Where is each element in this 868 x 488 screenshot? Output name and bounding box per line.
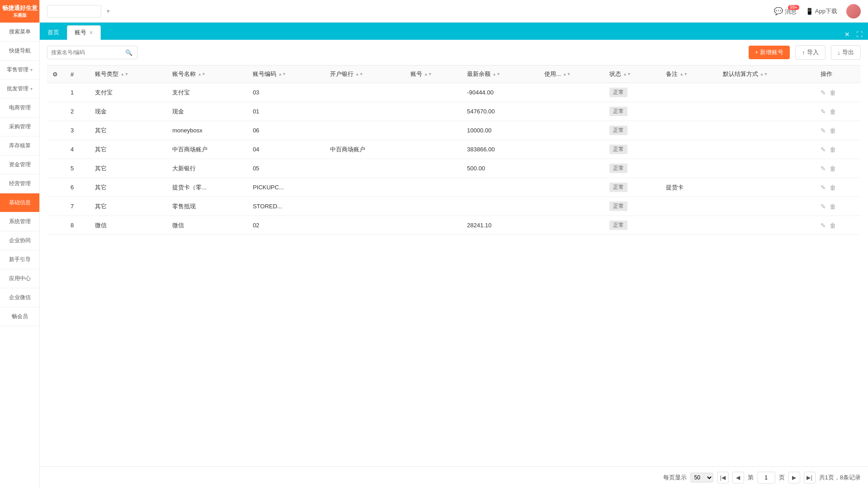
edit-icon[interactable]: ✎ [821, 127, 826, 134]
edit-icon[interactable]: ✎ [821, 222, 826, 229]
cell-bank [325, 102, 405, 121]
delete-icon[interactable]: 🗑 [830, 127, 836, 134]
cell-latest-balance [462, 178, 539, 197]
table-body: 1 支付宝 支付宝 03 -90444.00 正常 ✎ 🗑 2 现金 现金 01… [47, 83, 861, 235]
import-button[interactable]: ↑ 导入 [795, 45, 826, 60]
tab-close-icon[interactable]: ✕ [89, 30, 93, 35]
sidebar-item-quick-nav[interactable]: 快捷导航 [0, 42, 39, 61]
tab-accounts[interactable]: 账号 ✕ [67, 25, 101, 40]
last-page-btn[interactable]: ▶| [804, 472, 816, 483]
sidebar-item-new-guide[interactable]: 新手引导 [0, 250, 39, 269]
sidebar-item-member[interactable]: 畅会员 [0, 307, 39, 326]
delete-icon[interactable]: 🗑 [830, 146, 836, 153]
top-search-input[interactable] [47, 5, 101, 18]
cell-account-code: 04 [247, 140, 325, 159]
sidebar-item-search-menu[interactable]: 搜索菜单 [0, 23, 39, 42]
settings-icon[interactable]: ⚙ [52, 71, 58, 78]
sort-icon: ▲▼ [563, 72, 571, 77]
delete-icon[interactable]: 🗑 [830, 222, 836, 229]
sidebar-item-inventory[interactable]: 库存核算 [0, 136, 39, 155]
add-account-button[interactable]: + 新增账号 [749, 46, 790, 59]
sidebar-item-wholesale-mgmt[interactable]: 批发管理 ▾ [0, 80, 39, 99]
cell-actions: ✎ 🗑 [815, 140, 861, 159]
prev-page-btn[interactable]: ◀ [732, 472, 744, 483]
delete-icon[interactable]: 🗑 [830, 89, 836, 96]
col-no: # [65, 66, 90, 83]
edit-icon[interactable]: ✎ [821, 108, 826, 115]
cell-account-name: 微信 [167, 216, 247, 235]
col-usage: 使用...▲▼ [539, 66, 604, 83]
cell-usage [539, 197, 604, 216]
sidebar-item-app-center[interactable]: 应用中心 [0, 269, 39, 288]
col-account-name: 账号名称▲▼ [167, 66, 247, 83]
sidebar-item-system-mgmt[interactable]: 系统管理 [0, 212, 39, 231]
edit-icon[interactable]: ✎ [821, 203, 826, 210]
close-window-icon[interactable]: ✕ [843, 29, 852, 40]
cell-no: 2 [65, 102, 90, 121]
per-page-select[interactable]: 50 100 200 [690, 473, 713, 483]
edit-icon[interactable]: ✎ [821, 165, 826, 172]
page-number-input[interactable] [757, 472, 775, 483]
cell-remark: 提货卡 [660, 178, 717, 197]
first-page-btn[interactable]: |◀ [717, 472, 729, 483]
sidebar-item-basic-info[interactable]: 基础信息 [0, 193, 39, 212]
cell-account-no [405, 121, 462, 140]
sidebar-item-enterprise-wechat[interactable]: 企业微信 [0, 288, 39, 307]
tab-accounts-label: 账号 [75, 28, 86, 37]
notification-btn[interactable]: 💬 消息 99+ [774, 7, 797, 16]
sidebar-item-label: 批发管理 [7, 85, 28, 92]
delete-icon[interactable]: 🗑 [830, 108, 836, 115]
tab-controls: ✕ ⛶ [843, 29, 868, 40]
cell-usage [539, 159, 604, 178]
cell-account-name: 支付宝 [167, 83, 247, 102]
cell-account-no [405, 102, 462, 121]
tab-home[interactable]: 首页 [40, 25, 67, 40]
delete-icon[interactable]: 🗑 [830, 165, 836, 172]
sidebar-item-capital-mgmt[interactable]: 资金管理 [0, 155, 39, 174]
sort-icon: ▲▼ [278, 72, 286, 77]
cell-no: 6 [65, 178, 90, 197]
sidebar-item-ecommerce-mgmt[interactable]: 电商管理 [0, 99, 39, 117]
cell-account-type: 微信 [90, 216, 167, 235]
cell-default-settlement [717, 159, 815, 178]
import-label: 导入 [807, 48, 819, 56]
sort-icon: ▲▼ [424, 72, 432, 77]
sidebar-item-purchase-mgmt[interactable]: 采购管理 [0, 117, 39, 136]
edit-icon[interactable]: ✎ [821, 184, 826, 191]
delete-icon[interactable]: 🗑 [830, 184, 836, 191]
sort-icon: ▲▼ [492, 72, 500, 77]
page-label2: 页 [779, 474, 785, 482]
cell-remark [660, 140, 717, 159]
sidebar-item-operations-mgmt[interactable]: 经营管理 [0, 174, 39, 193]
toolbar-right: + 新增账号 ↑ 导入 ↓ 导出 [749, 45, 861, 60]
header-right: 💬 消息 99+ 📱 App下载 [774, 4, 861, 19]
sort-icon: ▲▼ [355, 72, 363, 77]
export-button[interactable]: ↓ 导出 [831, 45, 861, 60]
delete-icon[interactable]: 🗑 [830, 203, 836, 210]
cell-remark [660, 121, 717, 140]
col-latest-balance: 最新余额▲▼ [462, 66, 539, 83]
col-default-settlement: 默认结算方式▲▼ [717, 66, 815, 83]
cell-account-code: 06 [247, 121, 325, 140]
total-info: 共1页，8条记录 [819, 474, 861, 482]
cell-latest-balance [462, 197, 539, 216]
cell-account-name: 零售抵现 [167, 197, 247, 216]
sidebar-item-retail-mgmt[interactable]: 零售管理 ▾ [0, 61, 39, 80]
cell-remark [660, 102, 717, 121]
app-logo: 畅捷通好生意 乐惠版 [0, 0, 39, 23]
app-download-btn[interactable]: 📱 App下载 [806, 7, 837, 15]
sidebar-item-enterprise-agreement[interactable]: 企业协同 [0, 231, 39, 250]
expand-icon[interactable]: ⛶ [854, 29, 864, 40]
table-row: 5 其它 大新银行 05 500.00 正常 ✎ 🗑 [47, 159, 861, 178]
edit-icon[interactable]: ✎ [821, 89, 826, 96]
status-badge: 正常 [609, 164, 627, 173]
next-page-btn[interactable]: ▶ [788, 472, 800, 483]
user-avatar[interactable] [846, 4, 861, 19]
search-input[interactable] [51, 49, 123, 56]
table-row: 3 其它 moneybosx 06 10000.00 正常 ✎ 🗑 [47, 121, 861, 140]
dropdown-arrow-icon[interactable]: ▾ [107, 8, 110, 14]
edit-icon[interactable]: ✎ [821, 146, 826, 153]
col-account-type: 账号类型▲▼ [90, 66, 167, 83]
cell-status: 正常 [604, 140, 660, 159]
logo-sub-text: 乐惠版 [2, 12, 38, 19]
